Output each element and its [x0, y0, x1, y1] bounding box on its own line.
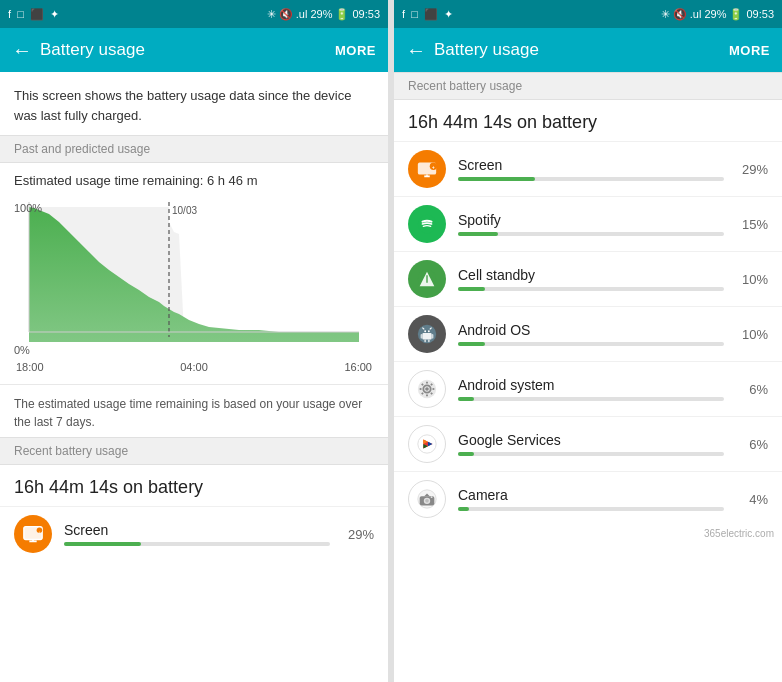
time-1600: 16:00 — [344, 361, 372, 373]
android-os-icon — [408, 315, 446, 353]
top-bar-left: ← Battery usage MORE — [0, 28, 388, 72]
android-os-name: Android OS — [458, 322, 724, 338]
android-sys-info: Android system — [458, 377, 724, 401]
app-icons-right: f □ ⬛ ✦ — [402, 8, 453, 21]
svg-line-38 — [422, 384, 423, 385]
info-text: This screen shows the battery usage data… — [0, 72, 388, 135]
screen-name-left: Screen — [64, 522, 330, 538]
usage-row-spotify[interactable]: Spotify 15% — [394, 196, 782, 251]
bt-icon-right: ✳ — [661, 8, 670, 21]
screen-name: Screen — [458, 157, 724, 173]
past-predicted-header: Past and predicted usage — [0, 135, 388, 163]
svg-rect-29 — [424, 340, 426, 343]
status-right-right: ✳ 🔇 .ul 29% 🔋 09:53 — [661, 8, 774, 21]
watermark: 365electric.com — [394, 526, 782, 543]
cell-bar-fill — [458, 287, 485, 291]
page-title-left: Battery usage — [40, 40, 335, 60]
svg-text:+: + — [432, 165, 435, 170]
spotify-name: Spotify — [458, 212, 724, 228]
android-os-info: Android OS — [458, 322, 724, 346]
usage-row-screen-left[interactable]: + Screen 29% — [0, 506, 388, 561]
mute-icon: 🔇 — [279, 8, 293, 21]
screen-pct: 29% — [736, 162, 768, 177]
more-button-left[interactable]: MORE — [335, 43, 376, 58]
right-panel: f □ ⬛ ✦ ✳ 🔇 .ul 29% 🔋 09:53 ← Battery us… — [394, 0, 782, 682]
svg-rect-27 — [421, 334, 423, 339]
left-panel: f □ ⬛ ✦ ✳ 🔇 .ul 29% 🔋 09:53 ← Battery us… — [0, 0, 388, 682]
usage-row-cell[interactable]: Cell standby 10% — [394, 251, 782, 306]
screen-icon: + — [408, 150, 446, 188]
svg-line-41 — [431, 384, 432, 385]
status-bar-left: f □ ⬛ ✦ ✳ 🔇 .ul 29% 🔋 09:53 — [0, 0, 388, 28]
screen-bar-fill-left — [64, 542, 141, 546]
status-left-icons: f □ ⬛ ✦ — [8, 8, 59, 21]
usage-row-screen[interactable]: + Screen 29% — [394, 141, 782, 196]
signal-icon: .ul — [296, 8, 308, 20]
svg-point-24 — [428, 330, 430, 332]
cell-pct: 10% — [736, 272, 768, 287]
more-button-right[interactable]: MORE — [729, 43, 770, 58]
svg-text:+: + — [38, 530, 40, 534]
screen-bar-fill — [458, 177, 535, 181]
svg-point-51 — [425, 499, 429, 503]
spotify-bar-bg — [458, 232, 724, 236]
usage-row-android-sys[interactable]: Android system 6% — [394, 361, 782, 416]
svg-point-52 — [431, 496, 433, 498]
svg-line-39 — [431, 393, 432, 394]
camera-bar-fill — [458, 507, 469, 511]
mute-icon-right: 🔇 — [673, 8, 687, 21]
usage-row-google[interactable]: Google Services 6% — [394, 416, 782, 471]
google-pct: 6% — [736, 437, 768, 452]
google-bar-fill — [458, 452, 474, 456]
cell-info: Cell standby — [458, 267, 724, 291]
right-content: Recent battery usage 16h 44m 14s on batt… — [394, 72, 782, 682]
left-content: This screen shows the battery usage data… — [0, 72, 388, 682]
camera-info: Camera — [458, 487, 724, 511]
battery-chart: 100% 10/03 0% — [0, 194, 388, 384]
svg-text:10/03: 10/03 — [172, 205, 197, 216]
camera-pct: 4% — [736, 492, 768, 507]
battery-pct-left: 29% — [310, 8, 332, 20]
camera-name: Camera — [458, 487, 724, 503]
spotify-pct: 15% — [736, 217, 768, 232]
battery-pct-right: 29% — [704, 8, 726, 20]
android-sys-bar-fill — [458, 397, 474, 401]
google-name: Google Services — [458, 432, 724, 448]
camera-icon — [408, 480, 446, 518]
screen-pct-left: 29% — [342, 527, 374, 542]
cell-icon — [408, 260, 446, 298]
screen-info-left: Screen — [64, 522, 330, 546]
usage-row-android-os[interactable]: Android OS 10% — [394, 306, 782, 361]
time-right: 09:53 — [746, 8, 774, 20]
battery-icon-left: 🔋 — [335, 8, 349, 21]
svg-point-17 — [418, 215, 436, 233]
google-icon — [408, 425, 446, 463]
spotify-info: Spotify — [458, 212, 724, 236]
spotify-bar-fill — [458, 232, 498, 236]
cell-name: Cell standby — [458, 267, 724, 283]
svg-line-40 — [422, 393, 423, 394]
screen-info: Screen — [458, 157, 724, 181]
status-bar-right: f □ ⬛ ✦ ✳ 🔇 .ul 29% 🔋 09:53 — [394, 0, 782, 28]
android-os-pct: 10% — [736, 327, 768, 342]
app-icons: f □ ⬛ ✦ — [8, 8, 59, 21]
cell-bar-bg — [458, 287, 724, 291]
screen-bar-bg-left — [64, 542, 330, 546]
footnote-text: The estimated usage time remaining is ba… — [0, 384, 388, 437]
spotify-icon — [408, 205, 446, 243]
page-title-right: Battery usage — [434, 40, 729, 60]
camera-bar-bg — [458, 507, 724, 511]
chart-label-100: 100% — [14, 202, 42, 214]
time-1800: 18:00 — [16, 361, 44, 373]
back-button-left[interactable]: ← — [12, 39, 32, 62]
top-bar-right: ← Battery usage MORE — [394, 28, 782, 72]
google-info: Google Services — [458, 432, 724, 456]
battery-time-right: 16h 44m 14s on battery — [394, 100, 782, 141]
svg-point-33 — [425, 387, 429, 391]
svg-rect-28 — [432, 334, 434, 339]
android-sys-name: Android system — [458, 377, 724, 393]
svg-point-23 — [424, 330, 426, 332]
back-button-right[interactable]: ← — [406, 39, 426, 62]
usage-row-camera[interactable]: Camera 4% — [394, 471, 782, 526]
screen-icon-left: + — [14, 515, 52, 553]
